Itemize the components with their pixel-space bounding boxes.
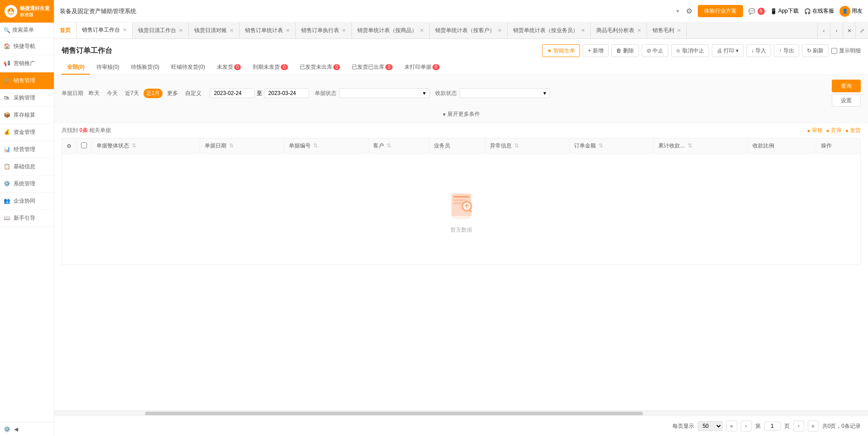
set-btn[interactable]: 设置 [832,94,861,107]
solution-btn[interactable]: 体验行业方案 [698,5,743,17]
tab-close-icon[interactable]: ✕ [420,28,424,33]
export-btn[interactable]: ↑ 导出 [774,44,799,57]
tab-sales-workbench[interactable]: 销售订单工作台 ✕ [77,23,133,39]
date-btn-7days[interactable]: 近7天 [122,89,142,98]
sidebar-search[interactable]: 🔍 搜索菜单 [0,23,54,38]
last-page-btn[interactable]: » [808,421,819,431]
sidebar-item-finance[interactable]: 💰 资金管理 [0,124,54,141]
date-btn-custom[interactable]: 自定义 [182,89,204,98]
review-action[interactable]: ● 审核 [807,127,822,134]
filter-tab-pending-review[interactable]: 待审核(0) [91,61,125,75]
phone-icon: 📱 [770,8,777,14]
settings-icon[interactable]: ⚙️ [4,426,10,432]
tab-sales-summary-staff[interactable]: 销货单统计表（按业务员） ✕ [508,23,591,39]
print-btn[interactable]: 🖨 打印 ▾ [712,44,743,57]
sort-icon[interactable]: ⇅ [387,142,391,149]
tab-maximize-btn[interactable]: ⤢ [855,23,868,39]
select-all-checkbox[interactable] [81,142,87,148]
tab-prev-btn[interactable]: ‹ [817,23,830,39]
filter-tab-wangpu[interactable]: 旺铺待发货(0) [166,61,211,75]
online-service-item[interactable]: 🎧 在线客服 [804,7,834,15]
date-from-input[interactable] [210,88,255,98]
payment-select[interactable]: ▾ [460,88,550,98]
tab-close-icon[interactable]: ✕ [230,28,234,33]
sidebar-item-operations[interactable]: 📊 经营管理 [0,141,54,158]
show-detail-checkbox[interactable]: 显示明细 [831,47,861,55]
filter-tab-not-printed[interactable]: 未打印单据0 [399,61,445,75]
sort-icon[interactable]: ⇅ [313,142,318,149]
sidebar-item-purchase[interactable]: 🛍 采购管理 [0,90,54,107]
sort-icon[interactable]: ⇅ [132,142,136,149]
filter-tab-shipped-not-out[interactable]: 已发货未出库0 [294,61,346,75]
sidebar-item-quick-nav[interactable]: 🏠 快捷导航 [0,38,54,55]
first-page-btn[interactable]: « [726,421,737,431]
delete-btn[interactable]: 🗑 删除 [611,44,639,57]
sidebar-item-guide[interactable]: 📖 新手引导 [0,210,54,227]
sidebar-item-system[interactable]: ⚙️ 系统管理 [0,175,54,193]
add-btn[interactable]: + 新增 [583,44,608,57]
tab-close-icon[interactable]: ✕ [677,28,681,33]
tab-close-icon[interactable]: ✕ [286,28,290,33]
tab-sales-summary-customer[interactable]: 销货单统计表（按客户） ✕ [430,23,508,39]
tab-sales-profit[interactable]: 销售毛利 ✕ [647,23,687,39]
date-btn-1month[interactable]: 近1月 [144,89,163,98]
smart-btn[interactable]: ★ 智能生单 [542,44,580,57]
status-select[interactable]: ▾ [339,88,430,98]
sidebar-item-inventory[interactable]: 📦 库存核算 [0,107,54,124]
user-item[interactable]: 👤 用友 [839,6,863,17]
page-size-select[interactable]: 50 100 200 [698,421,723,431]
sort-icon[interactable]: ⇅ [688,142,692,149]
date-btn-yesterday[interactable]: 昨天 [86,89,102,98]
cancel-review-action[interactable]: ● 弃审 [826,127,842,134]
app-download-item[interactable]: 📱 App下载 [770,7,799,15]
sort-icon[interactable]: ⇅ [229,142,234,149]
tab-sales-summary-product[interactable]: 销货单统计表（按商品） ✕ [352,23,430,39]
date-btn-more[interactable]: 更多 [164,89,181,98]
filter-tab-shipped-out[interactable]: 已发货已出库0 [346,61,398,75]
filter-tab-expired[interactable]: 到期未发货0 [247,61,293,75]
tab-close-icon[interactable]: ✕ [342,28,346,33]
horizontal-scrollbar[interactable] [54,410,868,416]
sidebar-item-marketing[interactable]: 📢 营销推广 [0,55,54,72]
sidebar-item-enterprise[interactable]: 👥 企业协同 [0,193,54,210]
col-settings[interactable]: ⚙ [62,138,77,154]
refresh-btn[interactable]: ↻ 刷新 [802,44,829,57]
tab-sales-stat[interactable]: 销售订单统计表 ✕ [240,23,296,39]
tab-close-icon[interactable]: ✕ [179,28,183,33]
scrollbar-thumb[interactable] [145,412,643,415]
tab-home[interactable]: 首页 [54,23,77,39]
tab-next-btn[interactable]: › [830,23,843,39]
message-item[interactable]: 💬 6 [748,8,765,15]
suspend-btn[interactable]: ⊘ 中止 [642,44,668,57]
filter-tab-pending-inspect[interactable]: 待拣验货(0) [125,61,165,75]
tab-cash-reconcile[interactable]: 钱货日清对账 ✕ [189,23,240,39]
tab-close-icon[interactable]: ✕ [637,28,641,33]
date-btn-today[interactable]: 今天 [104,89,120,98]
page-input[interactable] [764,422,781,431]
tab-cash-daily[interactable]: 钱货日清工作台 ✕ [133,23,189,39]
sidebar-item-sales[interactable]: 🛒 销售管理 [0,72,54,90]
tab-close-icon[interactable]: ✕ [498,28,502,33]
next-page-btn[interactable]: › [793,421,804,431]
tab-sales-exec[interactable]: 销售订单执行表 ✕ [296,23,352,39]
collapse-icon[interactable]: ◀ [14,426,18,432]
sort-icon[interactable]: ⇅ [599,142,603,149]
prev-page-btn[interactable]: ‹ [741,421,752,431]
expand-conditions-btn[interactable]: ▾ 展开更多条件 [443,110,480,118]
show-detail-input[interactable] [831,48,837,54]
tab-close-all-btn[interactable]: ✕ [843,23,855,39]
tab-close-icon[interactable]: ✕ [581,28,585,33]
sort-icon[interactable]: ⇅ [514,142,519,149]
tab-gross-margin[interactable]: 商品毛利分析表 ✕ [591,23,647,39]
content-header: 销售订单工作台 ★ 智能生单 + 新增 🗑 删除 ⊘ 中止 ⊙ 取消中止 [54,39,868,57]
sidebar-item-base-info[interactable]: 📋 基础信息 [0,158,54,175]
filter-tab-all[interactable]: 全部(0) [62,61,90,75]
topbar-settings[interactable]: ⚙ [686,7,692,15]
tab-close-icon[interactable]: ✕ [123,27,127,33]
import-btn[interactable]: ↓ 导入 [746,44,771,57]
ship-action[interactable]: ● 发货 [845,127,861,134]
filter-tab-not-shipped[interactable]: 未发货0 [211,61,247,75]
date-to-input[interactable] [264,88,309,98]
query-btn[interactable]: 查询 [832,80,861,92]
cancel-suspend-btn[interactable]: ⊙ 取消中止 [671,44,709,57]
